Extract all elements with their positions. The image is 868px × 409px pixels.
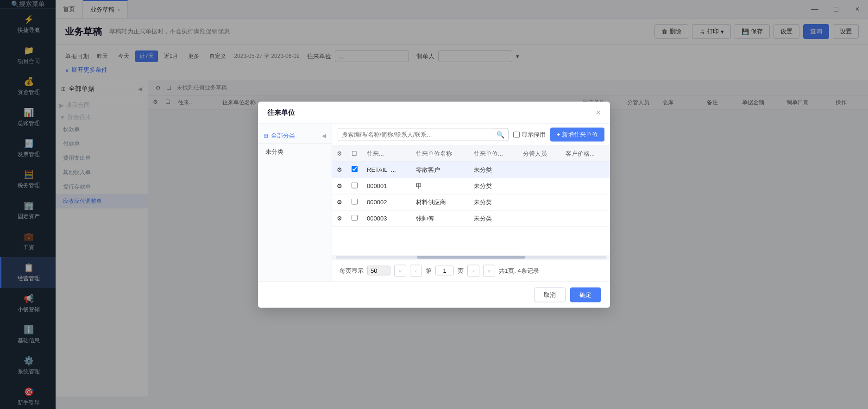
- modal-table-scroll[interactable]: ⚙ ☐ 往来... 往来单位名称 往来单位... 分管人员 客户价格... ⚙: [332, 145, 610, 255]
- row-category: 未分类: [469, 210, 518, 227]
- show-disabled-label[interactable]: 显示停用: [513, 130, 546, 138]
- modal-pagination: 每页显示 50 100 200 « ‹ 第 页 › » 共1页, 4条记录: [332, 259, 610, 281]
- row-manager: [518, 178, 561, 194]
- row-price: [561, 162, 610, 178]
- show-disabled-text: 显示停用: [522, 130, 546, 138]
- modal-search-input[interactable]: [338, 129, 493, 140]
- row-checkbox[interactable]: [352, 214, 358, 220]
- row-gear: ⚙: [332, 194, 347, 210]
- row-check[interactable]: [347, 162, 362, 178]
- row-manager: [518, 194, 561, 210]
- total-text: 共1页, 4条记录: [499, 266, 539, 275]
- row-checkbox[interactable]: [352, 182, 358, 188]
- modal-category-all-label: 全部分类: [271, 131, 295, 139]
- per-page-select[interactable]: 50 100 200: [367, 266, 390, 276]
- row-code: 000001: [362, 178, 411, 194]
- row-category: 未分类: [469, 162, 518, 178]
- cancel-label: 取消: [544, 291, 556, 298]
- row-code: 000003: [362, 210, 411, 227]
- modal-close-button[interactable]: ×: [596, 108, 601, 117]
- modal-table: ⚙ ☐ 往来... 往来单位名称 往来单位... 分管人员 客户价格... ⚙: [332, 145, 610, 227]
- modal-title: 往来单位: [267, 108, 295, 117]
- next-page-button[interactable]: ›: [467, 264, 479, 277]
- page-unit: 页: [458, 266, 464, 275]
- cancel-button[interactable]: 取消: [534, 287, 566, 302]
- row-category: 未分类: [469, 178, 518, 194]
- table-row[interactable]: ⚙ RETAIL_... 零散客户 未分类: [332, 162, 610, 178]
- last-page-button[interactable]: »: [483, 264, 495, 277]
- th-gear: ⚙: [332, 145, 347, 162]
- modal-sidebar: ⊞ 全部分类 ◀ 未分类: [258, 124, 332, 281]
- row-category: 未分类: [469, 194, 518, 210]
- h-scrollbar-thumb[interactable]: [417, 256, 525, 258]
- row-price: [561, 194, 610, 210]
- modal-body: ⊞ 全部分类 ◀ 未分类 🔍 显示停用: [258, 124, 610, 281]
- confirm-label: 确定: [579, 291, 591, 298]
- table-scrollbar-area: [332, 255, 610, 259]
- row-name: 零散客户: [411, 162, 469, 178]
- show-disabled-checkbox[interactable]: [513, 131, 520, 138]
- modal-footer: 取消 确定: [258, 281, 610, 308]
- modal-sidebar-header: ⊞ 全部分类 ◀: [258, 127, 332, 144]
- row-price: [561, 210, 610, 227]
- th-code: 往来...: [362, 145, 411, 162]
- modal-toolbar: 🔍 显示停用 + 新增往来单位: [332, 124, 610, 145]
- th-manager: 分管人员: [518, 145, 561, 162]
- modal-uncategorized-label: 未分类: [265, 147, 283, 156]
- modal-content: 🔍 显示停用 + 新增往来单位 ⚙ ☐ 往来...: [332, 124, 610, 281]
- row-gear: ⚙: [332, 178, 347, 194]
- modal-uncategorized[interactable]: 未分类: [258, 144, 332, 159]
- row-check[interactable]: [347, 178, 362, 194]
- row-manager: [518, 162, 561, 178]
- th-check: ☐: [347, 145, 362, 162]
- prev-page-button[interactable]: ‹: [410, 264, 422, 277]
- h-scrollbar[interactable]: [336, 256, 606, 258]
- table-header-row: ⚙ ☐ 往来... 往来单位名称 往来单位... 分管人员 客户价格...: [332, 145, 610, 162]
- add-partner-label: + 新增往来单位: [557, 131, 598, 138]
- modal-category-all[interactable]: ⊞ 全部分类: [264, 131, 295, 139]
- th-category: 往来单位...: [469, 145, 518, 162]
- row-gear: ⚙: [332, 210, 347, 227]
- modal-sidebar-toggle[interactable]: ◀: [322, 132, 326, 138]
- row-price: [561, 178, 610, 194]
- page-input[interactable]: [435, 266, 454, 276]
- row-check[interactable]: [347, 194, 362, 210]
- row-code: RETAIL_...: [362, 162, 411, 178]
- per-page-label: 每页显示: [340, 266, 364, 275]
- row-code: 000002: [362, 194, 411, 210]
- row-checkbox[interactable]: [352, 166, 358, 172]
- th-name: 往来单位名称: [411, 145, 469, 162]
- row-name: 张帅傅: [411, 210, 469, 227]
- first-page-button[interactable]: «: [394, 264, 406, 277]
- table-row[interactable]: ⚙ 000002 材料供应商 未分类: [332, 194, 610, 210]
- row-checkbox[interactable]: [352, 198, 358, 204]
- partner-modal: 往来单位 × ⊞ 全部分类 ◀ 未分类 🔍: [258, 101, 610, 308]
- th-price: 客户价格...: [561, 145, 610, 162]
- row-check[interactable]: [347, 210, 362, 227]
- modal-header: 往来单位 ×: [258, 101, 610, 124]
- table-row[interactable]: ⚙ 000001 甲 未分类: [332, 178, 610, 194]
- row-name: 甲: [411, 178, 469, 194]
- add-partner-button[interactable]: + 新增往来单位: [550, 127, 604, 141]
- table-row[interactable]: ⚙ 000003 张帅傅 未分类: [332, 210, 610, 227]
- row-gear: ⚙: [332, 162, 347, 178]
- modal-search-box: 🔍: [338, 128, 509, 141]
- row-name: 材料供应商: [411, 194, 469, 210]
- modal-search-button[interactable]: 🔍: [493, 128, 508, 140]
- row-manager: [518, 210, 561, 227]
- grid-icon-small: ⊞: [264, 132, 268, 138]
- confirm-button[interactable]: 确定: [570, 287, 601, 302]
- page-label: 第: [426, 266, 432, 275]
